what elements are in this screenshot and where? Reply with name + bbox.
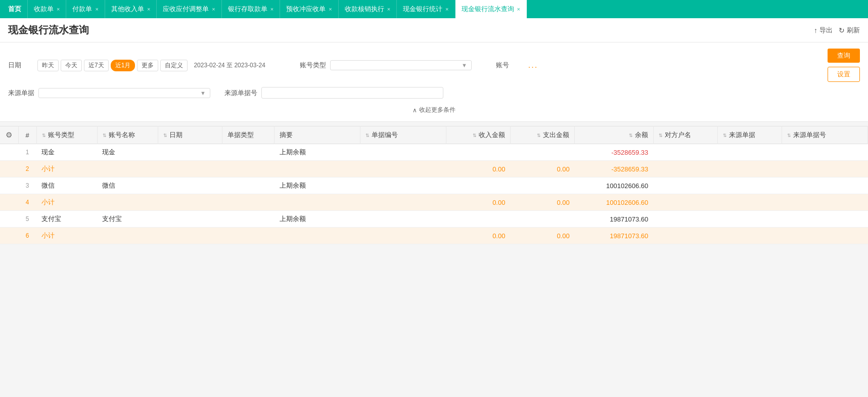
row-account-name [97, 228, 158, 244]
ar-ap-adjust-tab-label: 应收应付调整单 [163, 5, 209, 14]
bank-deposit-tab-close[interactable]: × [270, 6, 273, 12]
table-settings-icon[interactable]: ⚙ [6, 130, 12, 139]
th-doc-no[interactable]: ⇅单据编号 [360, 126, 446, 144]
row-gear-cell [0, 228, 18, 244]
row-date [158, 228, 222, 244]
row-balance: 100102606.60 [575, 194, 654, 211]
row-source-doc [717, 178, 782, 194]
source-doc-select[interactable]: ▼ [38, 88, 210, 98]
nav-tab-receipt[interactable]: 收款单 × [28, 0, 66, 18]
sort-icon-counterparty: ⇅ [659, 133, 663, 138]
receipt-tab-close[interactable]: × [57, 6, 60, 12]
collapse-bar[interactable]: ∧ 收起更多条件 [8, 104, 860, 115]
row-income: 0.00 [446, 161, 510, 178]
payment-tab-label: 付款单 [72, 5, 92, 14]
date-filter-label: 日期 [8, 61, 33, 70]
row-num: 6 [18, 228, 36, 244]
nav-tab-cashflow-query[interactable]: 现金银行流水查询 × [455, 0, 527, 18]
account-type-label: 账号类型 [300, 61, 326, 70]
source-doc-no-input[interactable] [261, 87, 443, 99]
row-expense [510, 178, 574, 194]
other-income-tab-close[interactable]: × [147, 6, 150, 12]
writeoff-tab-close[interactable]: × [387, 6, 390, 12]
row-balance: 19871073.60 [575, 211, 654, 228]
row-source-doc [717, 194, 782, 211]
row-gear-cell [0, 144, 18, 161]
export-button[interactable]: ↑ 导出 [814, 26, 833, 35]
refresh-button[interactable]: ↻ 刷新 [839, 26, 860, 35]
date-yesterday-btn[interactable]: 昨天 [37, 60, 59, 71]
row-source-doc [717, 161, 782, 178]
cashflow-query-tab-close[interactable]: × [517, 6, 520, 12]
row-account-type: 小计 [36, 228, 97, 244]
th-expense[interactable]: ⇅支出金额 [510, 126, 574, 144]
prepay-tab-close[interactable]: × [329, 6, 332, 12]
nav-tab-ar-ap-adjust[interactable]: 应收应付调整单 × [157, 0, 221, 18]
table-row: 5 支付宝 支付宝 上期余额 19871073.60 [0, 211, 868, 228]
row-account-name: 现金 [97, 144, 158, 161]
filter-row-source: 来源单据 ▼ 来源单据号 [8, 87, 860, 99]
th-gear[interactable]: ⚙ [0, 126, 18, 144]
date-near1m-btn[interactable]: 近1月 [111, 60, 135, 71]
th-account-name[interactable]: ⇅账号名称 [97, 126, 158, 144]
settings-button[interactable]: 设置 [828, 67, 860, 82]
th-balance[interactable]: ⇅余额 [575, 126, 654, 144]
sort-icon-source-doc-no: ⇅ [787, 133, 791, 138]
th-date[interactable]: ⇅日期 [158, 126, 222, 144]
date-today-btn[interactable]: 今天 [61, 60, 82, 71]
row-doc-type [222, 228, 275, 244]
row-gear-cell [0, 211, 18, 228]
nav-tab-writeoff[interactable]: 收款核销执行 × [339, 0, 397, 18]
row-source-doc [717, 144, 782, 161]
nav-tab-bank-deposit[interactable]: 银行存取款单 × [222, 0, 280, 18]
account-no-dots[interactable]: ... [528, 61, 538, 70]
nav-tab-other-income[interactable]: 其他收入单 × [105, 0, 157, 18]
row-account-type: 小计 [36, 161, 97, 178]
nav-tab-prepay[interactable]: 预收冲应收单 × [280, 0, 338, 18]
query-button[interactable]: 查询 [828, 49, 860, 63]
th-source-doc[interactable]: ⇅来源单据 [717, 126, 782, 144]
row-doc-type [222, 161, 275, 178]
table-row: 1 现金 现金 上期余额 -3528659.33 [0, 144, 868, 161]
row-account-type: 支付宝 [36, 211, 97, 228]
account-type-select[interactable]: ▼ [330, 60, 472, 70]
row-date [158, 144, 222, 161]
cash-stats-tab-close[interactable]: × [445, 6, 448, 12]
row-counterparty [653, 211, 717, 228]
ar-ap-adjust-tab-close[interactable]: × [212, 6, 215, 12]
table-header: ⚙ # ⇅账号类型 ⇅账号名称 ⇅日期 单据类型 摘要 ⇅单据编号 ⇅收 [0, 126, 868, 144]
sort-icon-doc-no: ⇅ [366, 133, 370, 138]
row-summary [275, 228, 360, 244]
nav-tab-payment[interactable]: 付款单 × [66, 0, 105, 18]
filter-row-date: 日期 昨天 今天 近7天 近1月 更多 自定义 2023-02-24 至 202… [8, 49, 860, 82]
row-gear-cell [0, 161, 18, 178]
date-more-btn[interactable]: 更多 [137, 60, 158, 71]
table-body: 1 现金 现金 上期余额 -3528659.33 2 小计 0.00 0.00 … [0, 144, 868, 244]
date-near7-btn[interactable]: 近7天 [84, 60, 109, 71]
date-custom-btn[interactable]: 自定义 [160, 60, 188, 71]
row-doc-type [222, 178, 275, 194]
row-summary: 上期余额 [275, 178, 360, 194]
th-counterparty[interactable]: ⇅对方户名 [653, 126, 717, 144]
table-container: ⚙ # ⇅账号类型 ⇅账号名称 ⇅日期 单据类型 摘要 ⇅单据编号 ⇅收 [0, 126, 868, 244]
payment-tab-close[interactable]: × [95, 6, 98, 12]
row-doc-no [360, 144, 446, 161]
th-account-type[interactable]: ⇅账号类型 [36, 126, 97, 144]
row-gear-cell [0, 194, 18, 211]
th-income[interactable]: ⇅收入金额 [446, 126, 510, 144]
row-counterparty [653, 178, 717, 194]
row-num: 1 [18, 144, 36, 161]
th-source-doc-no[interactable]: ⇅来源单据号 [782, 126, 868, 144]
row-counterparty [653, 194, 717, 211]
row-date [158, 161, 222, 178]
nav-tab-cash-stats[interactable]: 现金银行统计 × [397, 0, 455, 18]
cashflow-query-tab-label: 现金银行流水查询 [462, 5, 514, 14]
nav-tab-home[interactable]: 首页 [2, 0, 28, 18]
home-tab-label: 首页 [8, 5, 21, 14]
bank-deposit-tab-label: 银行存取款单 [228, 5, 267, 14]
account-no-label: 账号 [496, 61, 521, 70]
table-row: 2 小计 0.00 0.00 -3528659.33 [0, 161, 868, 178]
row-income [446, 178, 510, 194]
row-counterparty [653, 161, 717, 178]
date-range-display: 2023-02-24 至 2023-03-24 [194, 61, 265, 70]
